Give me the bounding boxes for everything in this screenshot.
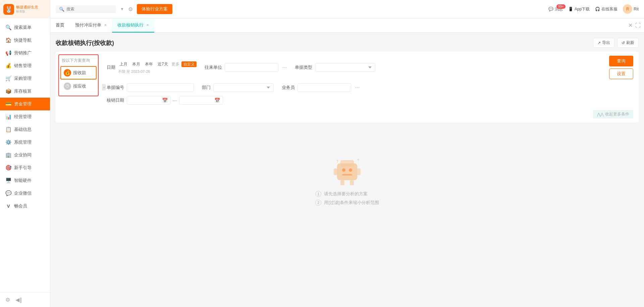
export-btn[interactable]: ↗ 导出 <box>593 38 614 48</box>
collapse-sidebar-icon[interactable]: ◀‖ <box>15 297 22 303</box>
filter-option-by-receipt[interactable]: 💰 按收款 <box>60 66 97 80</box>
page: 收款核销执行(按收款) ↗ 导出 ↺ 刷新 按以下方案 <box>50 33 644 307</box>
date-range-dash: — <box>173 98 177 103</box>
user-menu[interactable]: R Rit <box>623 4 639 14</box>
verify-date-start-wrap[interactable]: 2023-03-01 📅 <box>127 96 171 105</box>
receivable-option-label: 按应收 <box>73 83 86 89</box>
filter-row-2: 单据编号 部门 业务员 ··· <box>107 83 633 92</box>
calendar-start-icon[interactable]: 📅 <box>162 98 168 103</box>
tab-actions: ✕ ⛶ <box>628 22 644 29</box>
refresh-btn[interactable]: ↺ 刷新 <box>617 38 639 48</box>
search-input[interactable] <box>66 7 107 11</box>
filter-main: 日期 上月 本月 本年 近7天 更多 自定义 <box>101 52 639 122</box>
date-link-this-month[interactable]: 本月 <box>131 61 142 68</box>
sidebar-item-finance[interactable]: 💳 资金管理 <box>0 98 50 110</box>
salesman-input[interactable] <box>298 83 351 92</box>
filter-wrapper: 按以下方案查询 💰 按收款 ⏱ 按应收 « <box>56 52 639 122</box>
setting-btn[interactable]: 设置 <box>609 68 633 79</box>
svg-rect-7 <box>340 180 344 185</box>
svg-text:?: ? <box>336 160 338 163</box>
partner-input[interactable] <box>225 63 278 72</box>
filter-option-by-receivable[interactable]: ⏱ 按应收 <box>60 80 97 93</box>
tab-receipt-close-icon[interactable]: ✕ <box>146 23 149 27</box>
tab-receipt[interactable]: 收款核销执行 ✕ <box>112 18 154 33</box>
tab-prepay[interactable]: 预付冲应付单 ✕ <box>70 18 112 33</box>
query-buttons: 查询 设置 <box>609 56 633 79</box>
sidebar-item-enterprise[interactable]: 🏢 企业协同 <box>0 149 50 161</box>
date-custom-tag[interactable]: 自定义 <box>181 61 197 67</box>
message-icon: 💬 <box>548 7 553 11</box>
verify-date-end-input[interactable]: 2023-07-21 <box>182 98 212 103</box>
sidebar-item-basic-info[interactable]: 📋 基础信息 <box>0 123 50 136</box>
sidebar-item-inventory[interactable]: 📦 库存核算 <box>0 85 50 98</box>
date-link-last-month[interactable]: 上月 <box>118 61 129 68</box>
partner-label: 往来单位 <box>205 64 222 70</box>
topbar-search-box[interactable]: 🔍 <box>56 5 116 13</box>
empty-tips: 1 请先选择要分析的方案 2 用[过滤]条件来缩小分析范围 <box>315 191 379 206</box>
topbar: 🔍 ▼ ⚙ 体验行业方案 💬 消息 99+ 📱 App下载 🎧 在线客服 R R… <box>50 0 644 18</box>
sidebar-item-quick-nav[interactable]: 🏠 快捷导航 <box>0 34 50 47</box>
collapse-more-btn[interactable]: ⋀⋀ 收起更多条件 <box>593 110 633 118</box>
sidebar-item-guide[interactable]: 🎯 新手引导 <box>0 161 50 174</box>
sidebar-item-system[interactable]: ⚙️ 系统管理 <box>0 136 50 149</box>
svg-text:?: ? <box>357 159 359 162</box>
industry-btn[interactable]: 体验行业方案 <box>137 4 172 14</box>
date-more-btn[interactable]: 更多 <box>171 61 179 67</box>
headset-icon: 🎧 <box>595 7 600 11</box>
online-service-btn[interactable]: 🎧 在线客服 <box>595 6 618 12</box>
verify-date-end-wrap[interactable]: 2023-07-21 📅 <box>179 96 223 105</box>
settings-gear-icon[interactable]: ⚙ <box>128 6 133 12</box>
tab-home[interactable]: 首页 <box>50 18 70 33</box>
sidebar-item-purchase[interactable]: 🛒 采购管理 <box>0 72 50 85</box>
sidebar-item-sales[interactable]: 💰 销售管理 <box>0 59 50 72</box>
doc-type-select[interactable] <box>315 63 375 72</box>
service-label: 在线客服 <box>601 6 618 12</box>
tab-receipt-label: 收款核销执行 <box>117 22 144 28</box>
tab-close-btn[interactable]: ✕ <box>628 22 633 29</box>
date-link-7days[interactable]: 近7天 <box>156 61 169 68</box>
salesman-dots-icon[interactable]: ··· <box>355 85 360 91</box>
guide-icon: 🎯 <box>5 165 11 171</box>
filter-row-1: 日期 上月 本月 本年 近7天 更多 自定义 <box>107 56 633 79</box>
dropdown-chevron-icon[interactable]: ▼ <box>120 7 124 11</box>
empty-illustration: ? ? <box>327 153 367 187</box>
dept-select[interactable] <box>213 83 274 92</box>
sidebar-item-search-menu[interactable]: 🔍 搜索菜单 <box>0 21 50 34</box>
search-menu-icon: 🔍 <box>5 24 11 31</box>
message-btn[interactable]: 💬 消息 99+ <box>548 6 563 12</box>
verify-date-start-input[interactable]: 2023-03-01 <box>130 98 160 103</box>
filter-item-date: 日期 上月 本月 本年 近7天 更多 自定义 <box>107 61 197 74</box>
sidebar-item-hardware[interactable]: 🖥️ 智能硬件 <box>0 174 50 187</box>
sidebar-item-wechat[interactable]: 💬 企业微信 <box>0 187 50 200</box>
svg-point-3 <box>349 168 352 172</box>
sidebar-item-label: 新手引导 <box>14 165 32 171</box>
filter-sidebar: 按以下方案查询 💰 按收款 ⏱ 按应收 <box>58 54 99 96</box>
app-logo: 🐰 畅捷通好生意 标准版 <box>0 0 50 18</box>
member-icon: V <box>5 204 11 209</box>
sidebar-item-marketing[interactable]: 📢 营销推广 <box>0 47 50 59</box>
hardware-icon: 🖥️ <box>5 177 11 184</box>
inventory-icon: 📦 <box>5 88 11 94</box>
doc-no-input[interactable] <box>127 83 194 92</box>
sidebar-item-label: 基础信息 <box>14 126 32 133</box>
calendar-end-icon[interactable]: 📅 <box>214 98 220 103</box>
partner-dots-icon[interactable]: ··· <box>282 64 287 70</box>
tab-expand-btn[interactable]: ⛶ <box>635 22 641 29</box>
sidebar-item-member[interactable]: V 畅会员 <box>0 200 50 212</box>
app-download-btn[interactable]: 📱 App下载 <box>568 6 590 12</box>
sidebar: 🐰 畅捷通好生意 标准版 🔍 搜索菜单 🏠 快捷导航 📢 营销推广 💰 销售管理… <box>0 0 50 307</box>
user-avatar: R <box>623 4 632 14</box>
page-header: 收款核销执行(按收款) ↗ 导出 ↺ 刷新 <box>56 38 639 48</box>
settings-icon[interactable]: ⚙ <box>5 297 10 303</box>
sidebar-item-label: 资金管理 <box>14 101 32 107</box>
date-label: 日期 <box>107 64 115 70</box>
sidebar-item-business[interactable]: 📊 经营管理 <box>0 110 50 123</box>
empty-state: ? ? 1 请先选择要分析的方案 2 用[过滤]条件来缩小分析范围 <box>56 126 639 233</box>
sidebar-item-label: 企业协同 <box>14 152 32 158</box>
filter-collapse-btn[interactable]: « <box>102 84 106 90</box>
query-btn[interactable]: 查询 <box>609 56 633 66</box>
date-link-this-year[interactable]: 本年 <box>144 61 154 68</box>
tab-prepay-close-icon[interactable]: ✕ <box>104 23 107 27</box>
receipt-option-icon: 💰 <box>64 69 71 76</box>
business-icon: 📊 <box>5 114 11 120</box>
